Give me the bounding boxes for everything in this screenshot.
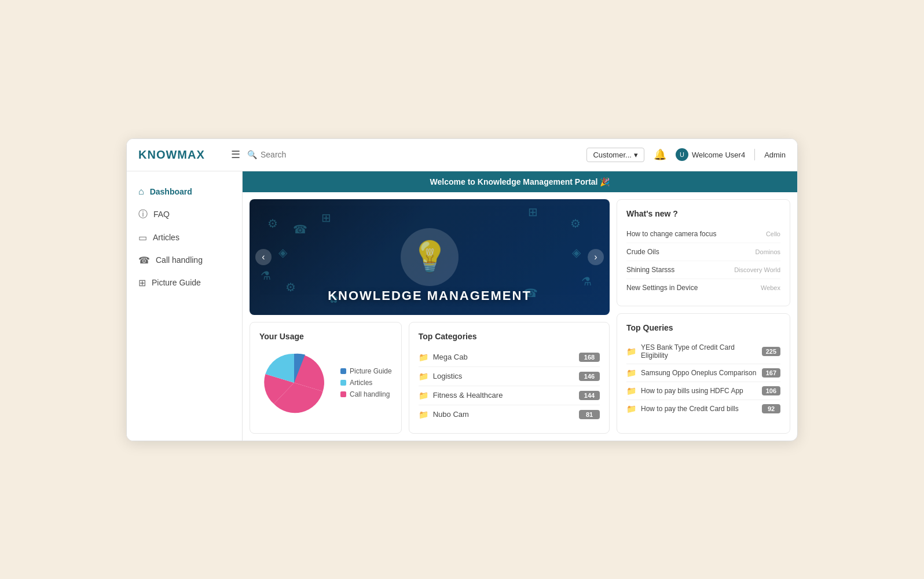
home-icon: ⌂ bbox=[138, 186, 144, 197]
list-item: 📁 YES Bank Type of Credit Card Eligibili… bbox=[626, 339, 780, 364]
category-name: Logistics bbox=[433, 372, 463, 380]
news-source: Webex bbox=[761, 284, 780, 291]
news-source: Discovery World bbox=[734, 266, 780, 273]
usage-card: Your Usage bbox=[250, 322, 402, 434]
category-name: Nubo Cam bbox=[433, 410, 469, 419]
category-count: 146 bbox=[579, 372, 600, 381]
sidebar-item-articles[interactable]: ▭ Articles bbox=[127, 226, 242, 249]
phone-icon: ☎ bbox=[138, 255, 150, 266]
list-item: Shining Starsss Discovery World bbox=[626, 261, 780, 279]
customer-label: Customer... bbox=[593, 151, 631, 159]
logo: KNOWMAX bbox=[138, 148, 231, 162]
legend-label: Call handling bbox=[350, 390, 390, 398]
divider bbox=[754, 149, 755, 160]
query-text: How to pay bills using HDFC App bbox=[641, 387, 743, 395]
welcome-text: Welcome User4 bbox=[692, 151, 745, 159]
search-icon: 🔍 bbox=[247, 150, 257, 159]
legend-dot-articles bbox=[340, 380, 346, 386]
legend-dot-picture-guide bbox=[340, 368, 346, 374]
sidebar-item-label: Picture Guide bbox=[152, 278, 201, 287]
query-left: 📁 Samsung Oppo Oneplus Comparison bbox=[626, 368, 757, 378]
top-categories-title: Top Categories bbox=[419, 332, 600, 341]
folder-icon: 📁 bbox=[626, 347, 636, 356]
category-left: 📁 Fitness & Healthcare bbox=[419, 391, 503, 400]
list-item: How to change camera focus Cello bbox=[626, 225, 780, 243]
news-title: New Settings in Device bbox=[626, 284, 698, 292]
table-row: 📁 Nubo Cam 81 bbox=[419, 405, 600, 424]
category-count: 144 bbox=[579, 391, 600, 400]
legend-item-picture-guide: Picture Guide bbox=[340, 367, 392, 375]
list-item: 📁 How to pay the Credit Card bills 92 bbox=[626, 400, 780, 417]
category-name: Mega Cab bbox=[433, 353, 468, 361]
query-count: 225 bbox=[762, 347, 780, 356]
legend-label: Articles bbox=[350, 379, 372, 387]
sidebar-item-faq[interactable]: ⓘ FAQ bbox=[127, 203, 242, 226]
table-row: 📁 Mega Cab 168 bbox=[419, 348, 600, 367]
news-title: Shining Starsss bbox=[626, 266, 674, 274]
folder-icon: 📁 bbox=[626, 386, 636, 395]
folder-icon: 📁 bbox=[419, 410, 428, 419]
legend-dot-call-handling bbox=[340, 391, 346, 397]
sidebar-item-label: Dashboard bbox=[150, 187, 192, 196]
welcome-banner: Welcome to Knowledge Management Portal 🎉 bbox=[243, 171, 797, 192]
sidebar-item-label: Call handling bbox=[156, 255, 203, 265]
app-container: KNOWMAX ☰ 🔍 Customer... ▾ 🔔 U Welcome Us… bbox=[126, 138, 798, 441]
news-source: Cello bbox=[766, 230, 780, 237]
picture-icon: ⊞ bbox=[138, 277, 146, 288]
hamburger-icon[interactable]: ☰ bbox=[231, 148, 240, 161]
sidebar: ⌂ Dashboard ⓘ FAQ ▭ Articles ☎ Call hand… bbox=[127, 171, 243, 441]
sidebar-item-call-handling[interactable]: ☎ Call handling bbox=[127, 249, 242, 272]
admin-label: Admin bbox=[764, 151, 786, 159]
left-panel: ⚙ ⚗ ☎ ⚙ ⊞ ✿ ⊞ ⚙ ⚗ ☎ ◈ ◈ bbox=[250, 199, 610, 434]
usage-content: Picture Guide Articles Call handling bbox=[259, 348, 392, 417]
top-queries-card: Top Queries 📁 YES Bank Type of Credit Ca… bbox=[617, 313, 790, 434]
user-section: U Welcome User4 bbox=[676, 148, 745, 161]
category-left: 📁 Logistics bbox=[419, 372, 463, 381]
category-count: 168 bbox=[579, 353, 600, 362]
query-left: 📁 YES Bank Type of Credit Card Eligibili… bbox=[626, 343, 757, 360]
carousel-prev-button[interactable]: ‹ bbox=[255, 249, 272, 265]
folder-icon: 📁 bbox=[419, 391, 428, 400]
search-wrapper: 🔍 bbox=[247, 150, 479, 159]
sidebar-item-picture-guide[interactable]: ⊞ Picture Guide bbox=[127, 272, 242, 294]
body-layout: ⌂ Dashboard ⓘ FAQ ▭ Articles ☎ Call hand… bbox=[127, 171, 797, 441]
table-row: 📁 Fitness & Healthcare 144 bbox=[419, 386, 600, 405]
query-left: 📁 How to pay the Credit Card bills bbox=[626, 404, 757, 413]
customer-dropdown[interactable]: Customer... ▾ bbox=[586, 148, 644, 162]
legend-label: Picture Guide bbox=[350, 367, 392, 375]
query-text: How to pay the Credit Card bills bbox=[641, 405, 739, 413]
bulb-icon: 💡 bbox=[411, 239, 449, 274]
right-panel: What's new ? How to change camera focus … bbox=[617, 199, 790, 434]
header-left: ☰ 🔍 bbox=[231, 148, 586, 161]
legend-item-articles: Articles bbox=[340, 379, 392, 387]
sidebar-item-label: FAQ bbox=[153, 210, 170, 219]
list-item: 📁 How to pay bills using HDFC App 106 bbox=[626, 382, 780, 400]
main-content: Welcome to Knowledge Management Portal 🎉… bbox=[243, 171, 797, 441]
list-item: Crude Oils Dominos bbox=[626, 243, 780, 261]
carousel-next-button[interactable]: › bbox=[588, 249, 604, 265]
news-title: How to change camera focus bbox=[626, 230, 716, 238]
faq-icon: ⓘ bbox=[138, 208, 148, 221]
carousel: ⚙ ⚗ ☎ ⚙ ⊞ ✿ ⊞ ⚙ ⚗ ☎ ◈ ◈ bbox=[250, 199, 610, 315]
whats-new-title: What's new ? bbox=[626, 209, 780, 218]
top-queries-title: Top Queries bbox=[626, 323, 780, 332]
folder-icon: 📁 bbox=[626, 368, 636, 378]
pie-chart bbox=[259, 348, 329, 417]
query-left: 📁 How to pay bills using HDFC App bbox=[626, 386, 757, 395]
category-left: 📁 Nubo Cam bbox=[419, 410, 469, 419]
sidebar-item-dashboard[interactable]: ⌂ Dashboard bbox=[127, 181, 242, 203]
chevron-down-icon: ▾ bbox=[634, 151, 638, 159]
query-count: 92 bbox=[762, 404, 780, 413]
category-name: Fitness & Healthcare bbox=[433, 391, 503, 400]
bulb-circle: 💡 bbox=[401, 228, 459, 286]
carousel-title: KNOWLEDGE MANAGEMENT bbox=[250, 288, 610, 303]
query-count: 106 bbox=[762, 386, 780, 395]
header-right: Customer... ▾ 🔔 U Welcome User4 Admin bbox=[586, 148, 786, 162]
header: KNOWMAX ☰ 🔍 Customer... ▾ 🔔 U Welcome Us… bbox=[127, 139, 797, 171]
top-categories-card: Top Categories 📁 Mega Cab 168 📁 bbox=[409, 322, 610, 434]
query-text: Samsung Oppo Oneplus Comparison bbox=[641, 369, 756, 377]
query-text: YES Bank Type of Credit Card Eligibility bbox=[641, 343, 757, 360]
search-input[interactable] bbox=[261, 150, 479, 159]
list-item: New Settings in Device Webex bbox=[626, 279, 780, 296]
bell-icon[interactable]: 🔔 bbox=[654, 148, 666, 161]
